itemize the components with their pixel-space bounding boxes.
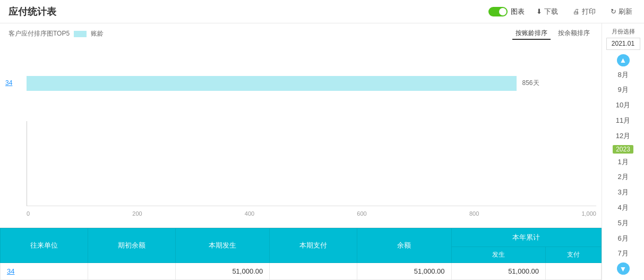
chart-toggle-container: 图表 <box>488 7 525 16</box>
bar-value: 856天 <box>522 79 539 88</box>
cell-zhifu <box>270 263 357 280</box>
cell-qichu <box>88 263 175 280</box>
month-8[interactable]: 8月 <box>602 67 644 83</box>
right-sidebar: 月份选择 ▲ 8月 9月 10月 11月 12月 2023 1月 2月 3月 4… <box>602 23 644 280</box>
chart-sort: 按账龄排序 按余额排序 <box>512 28 593 40</box>
chart-legend: 客户应付排序图TOP5 账龄 <box>8 29 104 38</box>
download-label: 下载 <box>544 7 558 16</box>
bar-label[interactable]: 34 <box>5 79 12 87</box>
col-leiji-zhifu: 支付 <box>545 247 601 263</box>
bar-fill <box>27 76 517 91</box>
month-12[interactable]: 12月 <box>602 129 644 144</box>
refresh-label: 刷新 <box>619 7 632 16</box>
refresh-button[interactable]: ↻ 刷新 <box>607 6 636 18</box>
table-header-row: 往来单位 期初余额 本期发生 本期支付 余额 本年累计 <box>1 228 602 247</box>
header-actions: 图表 ⬇ 下载 🖨 打印 ↻ 刷新 <box>488 6 636 18</box>
x-label-600: 600 <box>357 210 366 217</box>
data-table: 往来单位 期初余额 本期发生 本期支付 余额 本年累计 发生 支付 <box>0 228 602 280</box>
download-icon: ⬇ <box>536 7 542 15</box>
col-unit: 往来单位 <box>1 228 88 263</box>
legend-box-label: 账龄 <box>91 29 104 38</box>
print-icon: 🖨 <box>573 7 580 15</box>
sidebar-title: 月份选择 <box>612 28 635 36</box>
month-9[interactable]: 9月 <box>602 82 644 98</box>
chart-header: 客户应付排序图TOP5 账龄 按账龄排序 按余额排序 <box>0 23 602 44</box>
main-content: 客户应付排序图TOP5 账龄 按账龄排序 按余额排序 34 856天 <box>0 23 644 280</box>
page-title: 应付统计表 <box>8 5 56 18</box>
x-label-1000: 1,000 <box>581 210 596 217</box>
month-6[interactable]: 6月 <box>602 231 644 247</box>
col-leiji-group: 本年累计 <box>451 228 601 247</box>
month-4[interactable]: 4月 <box>602 200 644 216</box>
cell-unit: 34 <box>1 263 88 280</box>
x-label-800: 800 <box>469 210 479 217</box>
cell-yue: 51,000.00 <box>357 263 451 280</box>
x-label-400: 400 <box>245 210 254 217</box>
col-qichu: 期初余额 <box>88 228 175 263</box>
col-fasheng: 本期发生 <box>175 228 269 263</box>
col-yue: 余额 <box>357 228 451 263</box>
month-3[interactable]: 3月 <box>602 185 644 200</box>
sort-by-age-btn[interactable]: 按账龄排序 <box>512 28 551 40</box>
chart-toggle[interactable] <box>488 7 508 16</box>
col-leiji-fasheng: 发生 <box>451 247 545 263</box>
year-badge[interactable]: 2023 <box>613 145 633 154</box>
sort-by-balance-btn[interactable]: 按余额排序 <box>555 28 593 40</box>
chart-section: 客户应付排序图TOP5 账龄 按账龄排序 按余额排序 34 856天 <box>0 23 602 280</box>
unit-link[interactable]: 34 <box>7 267 14 275</box>
scroll-up-btn[interactable]: ▲ <box>617 54 630 66</box>
x-label-0: 0 <box>27 210 30 217</box>
app-container: 应付统计表 图表 ⬇ 下载 🖨 打印 ↻ 刷新 <box>0 0 644 280</box>
refresh-icon: ↻ <box>611 7 616 15</box>
bar-chart: 34 856天 0 200 400 600 800 1,000 <box>0 44 602 227</box>
x-label-200: 200 <box>132 210 142 217</box>
cell-leiji-zhifu <box>545 263 601 280</box>
grid-lines <box>27 121 596 206</box>
chart-toggle-label: 图表 <box>511 7 525 16</box>
legend-box <box>74 31 87 37</box>
month-1[interactable]: 1月 <box>602 155 644 170</box>
col-zhifu: 本期支付 <box>270 228 357 263</box>
bar-row: 34 856天 <box>27 76 596 91</box>
print-button[interactable]: 🖨 打印 <box>570 6 599 18</box>
x-axis: 0 200 400 600 800 1,000 <box>27 210 596 217</box>
month-11[interactable]: 11月 <box>602 113 644 129</box>
download-button[interactable]: ⬇ 下载 <box>533 6 561 18</box>
table-section: 往来单位 期初余额 本期发生 本期支付 余额 本年累计 发生 支付 <box>0 227 602 280</box>
print-label: 打印 <box>582 7 596 16</box>
month-10[interactable]: 10月 <box>602 98 644 113</box>
cell-fasheng: 51,000.00 <box>175 263 269 280</box>
year-input[interactable] <box>606 38 640 50</box>
scroll-down-btn[interactable]: ▼ <box>617 262 630 275</box>
month-5[interactable]: 5月 <box>602 216 644 231</box>
header: 应付统计表 图表 ⬇ 下载 🖨 打印 ↻ 刷新 <box>0 0 644 23</box>
legend-title: 客户应付排序图TOP5 <box>8 29 70 38</box>
table-wrapper: 往来单位 期初余额 本期发生 本期支付 余额 本年累计 发生 支付 <box>0 228 602 280</box>
month-7[interactable]: 7月 <box>602 246 644 261</box>
cell-leiji-fasheng: 51,000.00 <box>451 263 545 280</box>
table-row: 34 51,000.00 51,000.00 51,000.00 <box>1 263 602 280</box>
month-2[interactable]: 2月 <box>602 169 644 185</box>
